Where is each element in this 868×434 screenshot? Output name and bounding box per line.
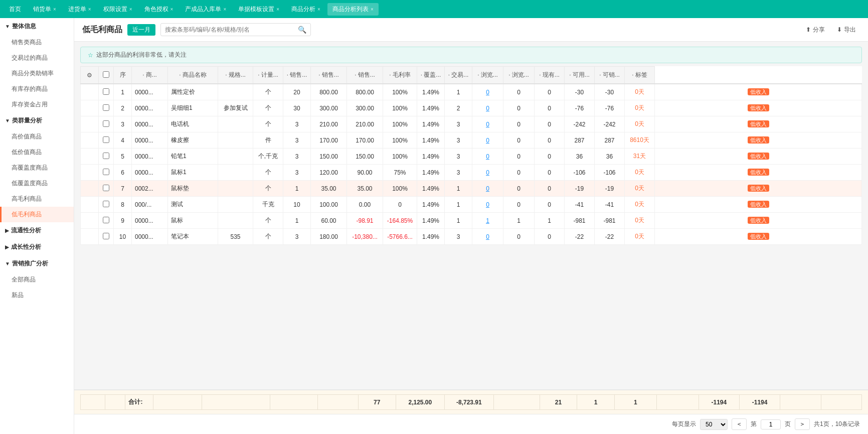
row-trade-5[interactable]: 0: [472, 165, 503, 181]
row-trade-8[interactable]: 1: [472, 213, 503, 229]
row-check-8[interactable]: [99, 213, 114, 229]
search-input[interactable]: [165, 26, 296, 33]
row-spec-8: [218, 213, 253, 229]
sidebar-item-new-products[interactable]: 新品: [0, 287, 74, 303]
sidebar-item-category-sales[interactable]: 商品分类助销率: [0, 66, 74, 81]
sidebar-item-high-coverage[interactable]: 高覆盖度商品: [0, 160, 74, 176]
sidebar-group-marketing[interactable]: ▼ 营销推广分析: [0, 255, 74, 272]
sidebar-item-low-coverage[interactable]: 低覆盖度商品: [0, 176, 74, 191]
sidebar-item-traded[interactable]: 交易过的商品: [0, 50, 74, 66]
page-size-select[interactable]: 50 100 200: [700, 419, 728, 430]
nav-template[interactable]: 单据模板设置 ×: [233, 3, 284, 16]
nav-roles-close[interactable]: ×: [170, 7, 173, 12]
col-browse2[interactable]: · 浏览...: [503, 67, 535, 84]
col-cover[interactable]: · 覆盖...: [417, 67, 445, 84]
row-trade-3[interactable]: 0: [472, 132, 503, 149]
row-trade-2[interactable]: 0: [472, 116, 503, 132]
sidebar-group-growth[interactable]: ▶ 成长性分析: [0, 239, 74, 255]
row-trade-7[interactable]: 0: [472, 197, 503, 213]
nav-product-analysis[interactable]: 商品分析 ×: [286, 3, 325, 16]
col-unit[interactable]: · 计量...: [253, 67, 283, 84]
nav-roles[interactable]: 角色授权 ×: [139, 3, 179, 16]
row-checkbox-7[interactable]: [103, 201, 109, 207]
nav-template-close[interactable]: ×: [276, 7, 279, 12]
row-checkbox-5[interactable]: [103, 169, 109, 175]
col-spec[interactable]: · 规格...: [218, 67, 253, 84]
date-filter-button[interactable]: 近一月: [127, 24, 155, 36]
row-checkbox-2[interactable]: [103, 120, 109, 127]
row-checkbox-4[interactable]: [103, 153, 109, 159]
check-all-checkbox[interactable]: [103, 71, 109, 78]
col-name[interactable]: · 商品名称: [168, 67, 218, 84]
nav-permissions[interactable]: 权限设置 ×: [98, 3, 137, 16]
row-check-6[interactable]: [99, 181, 114, 197]
row-checkbox-9[interactable]: [103, 233, 109, 239]
row-trade-0[interactable]: 0: [472, 84, 503, 100]
sidebar-group-cluster[interactable]: ▼ 类群量分析: [0, 112, 74, 129]
col-code[interactable]: · 商...: [132, 67, 168, 84]
row-check-5[interactable]: [99, 165, 114, 181]
export-button[interactable]: ⬇ 导出: [833, 24, 860, 36]
sidebar-item-high-value[interactable]: 高价值商品: [0, 129, 74, 144]
sidebar-item-in-stock[interactable]: 有库存的商品: [0, 81, 74, 97]
col-settings[interactable]: ⚙: [81, 67, 99, 84]
col-check-all[interactable]: [99, 67, 114, 84]
sidebar-item-sales-products[interactable]: 销售类商品: [0, 35, 74, 50]
row-trade-4[interactable]: 0: [472, 149, 503, 165]
row-check-9[interactable]: [99, 229, 114, 245]
page-label: 第: [751, 420, 757, 428]
nav-product-analysis-close[interactable]: ×: [317, 7, 320, 12]
nav-purchase[interactable]: 进货单 ×: [63, 3, 96, 16]
col-qty[interactable]: · 销售...: [283, 67, 311, 84]
col-trade[interactable]: · 交易...: [445, 67, 472, 84]
row-trade-6[interactable]: 0: [472, 181, 503, 197]
row-check-0[interactable]: [99, 84, 114, 100]
col-stock3[interactable]: · 可销...: [595, 67, 625, 84]
col-tag[interactable]: · 标签: [625, 67, 655, 84]
search-icon[interactable]: 🔍: [298, 26, 306, 34]
sidebar-group-general[interactable]: ▼ 整体信息: [0, 18, 74, 35]
col-browse1[interactable]: · 浏览...: [472, 67, 503, 84]
nav-product-analysis-list-close[interactable]: ×: [371, 7, 374, 12]
row-check-1[interactable]: [99, 100, 114, 116]
row-check-7[interactable]: [99, 197, 114, 213]
tag-badge-6: 低收入: [748, 185, 769, 192]
col-stock2[interactable]: · 可用...: [565, 67, 595, 84]
sidebar-item-all-products[interactable]: 全部商品: [0, 272, 74, 287]
row-check-2[interactable]: [99, 116, 114, 132]
row-trade-1[interactable]: 0: [472, 100, 503, 116]
col-margin[interactable]: · 毛利率: [383, 67, 417, 84]
prev-page-button[interactable]: ＜: [732, 418, 747, 430]
sidebar-item-low-value[interactable]: 低价值商品: [0, 144, 74, 160]
table-container[interactable]: ⚙ 序 · 商... · 商品名称 · 规格... · 计量... · 销售..…: [74, 66, 868, 389]
page-input[interactable]: [761, 419, 781, 429]
nav-permissions-close[interactable]: ×: [129, 7, 132, 12]
totals-spacer7: [493, 395, 540, 410]
nav-sales[interactable]: 销货单 ×: [28, 3, 61, 16]
row-checkbox-1[interactable]: [103, 104, 109, 111]
row-checkbox-8[interactable]: [103, 217, 109, 223]
nav-product-entry[interactable]: 产成品入库单 ×: [180, 3, 231, 16]
sidebar-item-low-margin[interactable]: 低毛利商品: [0, 207, 74, 222]
row-price2-5: 90.00: [347, 165, 383, 181]
nav-purchase-close[interactable]: ×: [88, 7, 91, 12]
sidebar-item-inventory-funds[interactable]: 库存资金占用: [0, 97, 74, 112]
sidebar-group-flow[interactable]: ▶ 流通性分析: [0, 222, 74, 239]
next-page-button[interactable]: ＞: [795, 418, 810, 430]
nav-sales-close[interactable]: ×: [53, 7, 56, 12]
nav-product-analysis-list[interactable]: 商品分析列表 ×: [327, 3, 379, 16]
row-checkbox-3[interactable]: [103, 136, 109, 143]
row-check-4[interactable]: [99, 149, 114, 165]
col-price1[interactable]: · 销售...: [311, 67, 347, 84]
col-stock1[interactable]: · 现有...: [535, 67, 565, 84]
sidebar-item-high-margin[interactable]: 高毛利商品: [0, 191, 74, 207]
nav-home[interactable]: 首页: [4, 3, 26, 16]
row-check-3[interactable]: [99, 132, 114, 149]
row-checkbox-0[interactable]: [103, 88, 109, 95]
row-days-1: 0天: [625, 100, 655, 116]
row-checkbox-6[interactable]: [103, 185, 109, 191]
row-trade-9[interactable]: 0: [472, 229, 503, 245]
col-price2[interactable]: · 销售...: [347, 67, 383, 84]
share-button[interactable]: ⬆ 分享: [802, 24, 829, 36]
nav-product-entry-close[interactable]: ×: [223, 7, 226, 12]
